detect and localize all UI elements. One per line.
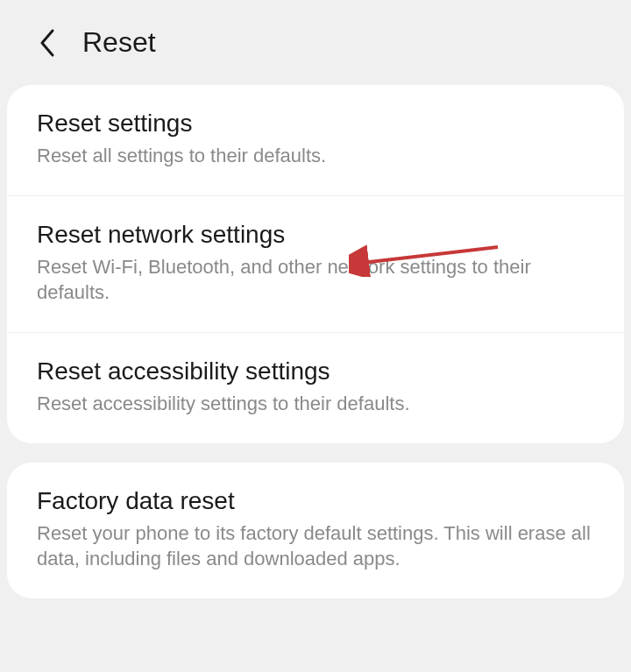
item-subtitle: Reset all settings to their defaults. bbox=[37, 143, 594, 169]
reset-options-card: Reset settings Reset all settings to the… bbox=[7, 85, 624, 443]
reset-network-settings-item[interactable]: Reset network settings Reset Wi-Fi, Blue… bbox=[7, 196, 624, 333]
item-subtitle: Reset Wi-Fi, Bluetooth, and other networ… bbox=[37, 254, 594, 306]
back-icon[interactable] bbox=[37, 27, 58, 59]
item-subtitle: Reset your phone to its factory default … bbox=[37, 520, 594, 572]
item-title: Reset settings bbox=[37, 110, 594, 138]
item-subtitle: Reset accessibility settings to their de… bbox=[37, 391, 594, 417]
reset-settings-item[interactable]: Reset settings Reset all settings to the… bbox=[7, 85, 624, 196]
reset-accessibility-settings-item[interactable]: Reset accessibility settings Reset acces… bbox=[7, 333, 624, 443]
page-title: Reset bbox=[82, 26, 156, 59]
factory-reset-card: Factory data reset Reset your phone to i… bbox=[7, 463, 624, 598]
item-title: Reset accessibility settings bbox=[37, 357, 594, 386]
factory-data-reset-item[interactable]: Factory data reset Reset your phone to i… bbox=[7, 463, 624, 598]
item-title: Factory data reset bbox=[37, 487, 594, 515]
item-title: Reset network settings bbox=[37, 221, 594, 249]
header: Reset bbox=[0, 0, 631, 85]
